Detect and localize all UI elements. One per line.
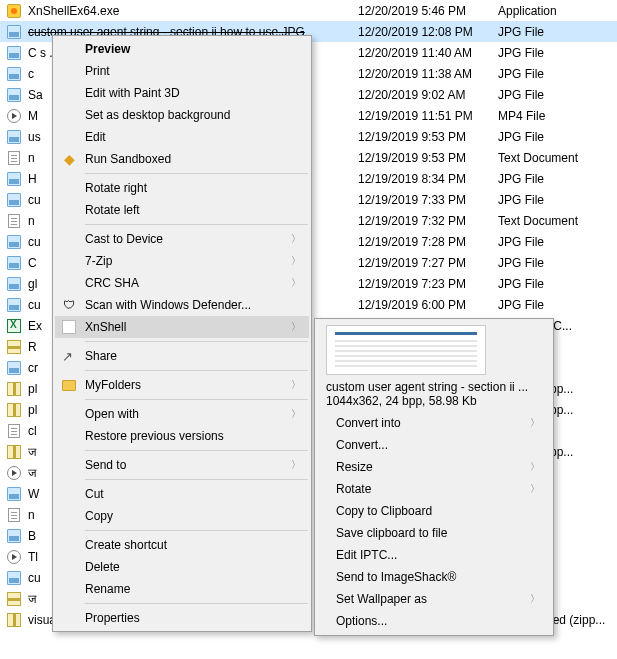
chevron-right-icon: 〉 [291,458,301,472]
submenu-rotate[interactable]: Rotate〉 [318,478,550,500]
zip-file-icon [6,381,22,397]
jpg-file-icon [6,276,22,292]
menu-send-to[interactable]: Send to〉 [55,454,309,476]
submenu-copy-clipboard[interactable]: Copy to Clipboard [318,500,550,522]
jpg-file-icon [6,129,22,145]
xls-file-icon [6,318,22,334]
xnshell-submenu: custom user agent string - section ii ..… [314,318,554,636]
menu-cast-to-device[interactable]: Cast to Device〉 [55,228,309,250]
file-type: Application [498,4,557,18]
exe-file-icon [6,3,22,19]
file-type: JPG File [498,25,544,39]
menu-restore-previous[interactable]: Restore previous versions [55,425,309,447]
mp4-file-icon [6,465,22,481]
menu-preview[interactable]: Preview [55,38,309,60]
menu-copy[interactable]: Copy [55,505,309,527]
menu-separator [85,450,308,451]
file-type: JPG File [498,67,544,81]
file-type: JPG File [498,235,544,249]
mp4-file-icon [6,108,22,124]
rar-file-icon [6,339,22,355]
file-date: 12/19/2019 11:51 PM [358,109,498,123]
txt-file-icon [6,507,22,523]
chevron-right-icon: 〉 [530,482,540,496]
submenu-options[interactable]: Options... [318,610,550,632]
file-date: 12/19/2019 9:53 PM [358,130,498,144]
jpg-file-icon [6,528,22,544]
jpg-file-icon [6,255,22,271]
sandbox-icon: ◆ [60,150,78,168]
file-type: JPG File [498,172,544,186]
menu-separator [85,224,308,225]
menu-run-sandboxed[interactable]: ◆ Run Sandboxed [55,148,309,170]
file-name: XnShellEx64.exe [28,4,358,18]
menu-share[interactable]: ↗ Share [55,345,309,367]
menu-crc-sha[interactable]: CRC SHA〉 [55,272,309,294]
chevron-right-icon: 〉 [530,592,540,606]
zip-file-icon [6,612,22,628]
context-menu: Preview Print Edit with Paint 3D Set as … [52,35,312,632]
file-type: Text Document [498,214,578,228]
menu-open-with[interactable]: Open with〉 [55,403,309,425]
menu-xnshell[interactable]: XnShell〉 [55,316,309,338]
menu-rename[interactable]: Rename [55,578,309,600]
menu-scan-defender[interactable]: 🛡 Scan with Windows Defender... [55,294,309,316]
menu-create-shortcut[interactable]: Create shortcut [55,534,309,556]
submenu-send-imageshack[interactable]: Send to ImageShack® [318,566,550,588]
jpg-file-icon [6,171,22,187]
submenu-save-clipboard[interactable]: Save clipboard to file [318,522,550,544]
chevron-right-icon: 〉 [530,416,540,430]
menu-rotate-right[interactable]: Rotate right [55,177,309,199]
menu-separator [85,479,308,480]
menu-separator [85,399,308,400]
menu-separator [85,603,308,604]
submenu-convert[interactable]: Convert... [318,434,550,456]
shield-icon: 🛡 [60,296,78,314]
file-type: JPG File [498,193,544,207]
menu-delete[interactable]: Delete [55,556,309,578]
preview-thumbnail [326,325,486,375]
folder-icon [60,376,78,394]
share-icon: ↗ [60,349,74,363]
file-type: JPG File [498,277,544,291]
file-row[interactable]: XnShellEx64.exe12/20/2019 5:46 PMApplica… [0,0,617,21]
chevron-right-icon: 〉 [291,276,301,290]
jpg-file-icon [6,192,22,208]
file-date: 12/19/2019 7:28 PM [358,235,498,249]
mp4-file-icon [6,549,22,565]
chevron-right-icon: 〉 [291,320,301,334]
submenu-edit-iptc[interactable]: Edit IPTC... [318,544,550,566]
submenu-set-wallpaper[interactable]: Set Wallpaper as〉 [318,588,550,610]
jpg-file-icon [6,486,22,502]
menu-cut[interactable]: Cut [55,483,309,505]
file-date: 12/19/2019 8:34 PM [358,172,498,186]
jpg-file-icon [6,24,22,40]
menu-set-desktop-bg[interactable]: Set as desktop background [55,104,309,126]
thumbnail-caption: custom user agent string - section ii ..… [318,378,550,394]
submenu-resize[interactable]: Resize〉 [318,456,550,478]
file-date: 12/19/2019 9:53 PM [358,151,498,165]
menu-properties[interactable]: Properties [55,607,309,629]
thumbnail-meta: 1044x362, 24 bpp, 58.98 Kb [318,394,550,412]
file-date: 12/20/2019 9:02 AM [358,88,498,102]
menu-print[interactable]: Print [55,60,309,82]
file-type: JPG File [498,46,544,60]
menu-edit-paint3d[interactable]: Edit with Paint 3D [55,82,309,104]
file-type: JPG File [498,88,544,102]
menu-edit[interactable]: Edit [55,126,309,148]
menu-separator [85,530,308,531]
submenu-convert-into[interactable]: Convert into〉 [318,412,550,434]
menu-rotate-left[interactable]: Rotate left [55,199,309,221]
chevron-right-icon: 〉 [291,407,301,421]
txt-file-icon [6,213,22,229]
rar-file-icon [6,591,22,607]
zip-file-icon [6,402,22,418]
txt-file-icon [6,150,22,166]
menu-myfolders[interactable]: MyFolders〉 [55,374,309,396]
jpg-file-icon [6,360,22,376]
jpg-file-icon [6,297,22,313]
file-type: JPG File [498,256,544,270]
file-date: 12/19/2019 7:32 PM [358,214,498,228]
menu-7zip[interactable]: 7-Zip〉 [55,250,309,272]
jpg-file-icon [6,87,22,103]
